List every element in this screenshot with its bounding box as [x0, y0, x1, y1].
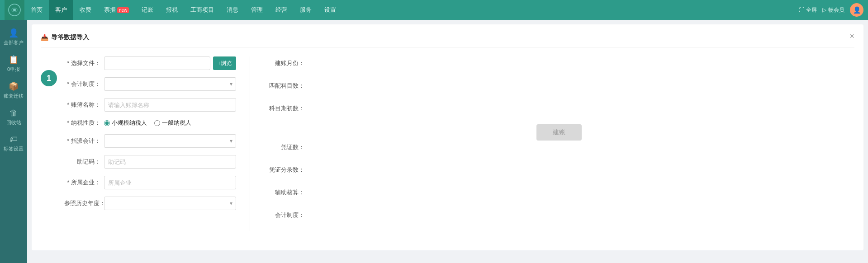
layout: 👤 全部客户 📋 0申报 📦 账套迁移 🗑 回收站 🏷 标签设置 📥 导爷数据导… [0, 20, 868, 263]
nav-fee[interactable]: 收费 [73, 0, 98, 20]
nav-tax[interactable]: 报税 [160, 0, 184, 20]
ledger-label: * 账簿名称： [64, 101, 100, 109]
memo-label: 助记码： [64, 158, 100, 166]
sidebar-item-declare[interactable]: 📋 0申报 [0, 50, 27, 77]
dialog-panel: 📥 导爷数据导入 × 1 * 选择文件： +浏览 [32, 24, 863, 250]
all-customers-icon: 👤 [9, 28, 19, 38]
right-row-match: 匹配科目数： [264, 79, 854, 93]
fullscreen-icon: ⛶ [799, 7, 804, 13]
avatar-icon: 👤 [853, 6, 861, 14]
svg-point-1 [13, 9, 16, 11]
tax-general-input[interactable] [154, 120, 160, 126]
memo-input[interactable] [104, 155, 236, 169]
tags-icon: 🏷 [9, 135, 18, 144]
accountant-select-wrap [104, 134, 236, 148]
fullscreen-btn[interactable]: ⛶ 全屏 [799, 6, 817, 14]
right-system-label: 会计制度： [264, 211, 304, 219]
dialog-close-button[interactable]: × [849, 32, 854, 41]
form-row-ledger: * 账簿名称： [64, 98, 236, 112]
nav-invoice[interactable]: 票据 new [98, 0, 135, 20]
nav-bookkeeping[interactable]: 记账 [135, 0, 160, 20]
tax-small-input[interactable] [104, 120, 110, 126]
form-row-file: * 选择文件： +浏览 [64, 56, 236, 70]
sidebar-item-all-customers[interactable]: 👤 全部客户 [0, 23, 27, 50]
tax-label: * 纳税性质： [64, 119, 100, 127]
ledger-input[interactable] [104, 98, 236, 112]
file-input[interactable] [104, 56, 210, 70]
browse-button[interactable]: +浏览 [213, 56, 236, 70]
tax-small-radio[interactable]: 小规模纳税人 [104, 119, 147, 127]
form-row-accounting: * 会计制度： [64, 77, 236, 91]
form-row-company: * 所属企业： [64, 176, 236, 189]
new-badge: new [117, 7, 129, 13]
form-row-tax: * 纳税性质： 小规模纳税人 一般纳税人 [64, 119, 236, 127]
accountant-select[interactable] [104, 134, 236, 148]
sidebar-item-recycle[interactable]: 🗑 回收站 [0, 104, 27, 130]
company-label: * 所属企业： [64, 178, 100, 187]
dialog-title-icon: 📥 [41, 34, 48, 41]
right-match-label: 匹配科目数： [264, 82, 304, 90]
form-row-history: 参照历史年度： [64, 197, 236, 210]
right-row-period: 科目期初数： [264, 102, 854, 115]
nav-business[interactable]: 工商项目 [184, 0, 220, 20]
dialog-header: 📥 导爷数据导入 [41, 33, 854, 47]
nav-message[interactable]: 消息 [220, 0, 245, 20]
vip-btn[interactable]: ▷ 畅会员 [822, 6, 844, 14]
step-circle: 1 [41, 70, 57, 86]
build-button[interactable]: 建账 [536, 124, 582, 141]
right-row-entry: 凭证分录数： [264, 163, 854, 177]
sidebar-item-tags[interactable]: 🏷 标签设置 [0, 130, 27, 156]
migrate-icon: 📦 [9, 81, 19, 91]
recycle-icon: 🗑 [9, 108, 18, 118]
form-row-accountant: * 指派会计： [64, 134, 236, 148]
form-layout: 1 * 选择文件： +浏览 * 会计制度： [41, 56, 854, 231]
right-voucher-label: 凭证数： [264, 143, 304, 151]
sidebar-item-migrate[interactable]: 📦 账套迁移 [0, 77, 27, 103]
right-aux-label: 辅助核算： [264, 188, 304, 197]
file-label: * 选择文件： [64, 59, 100, 67]
sidebar: 👤 全部客户 📋 0申报 📦 账套迁移 🗑 回收站 🏷 标签设置 [0, 20, 27, 263]
history-select[interactable] [104, 197, 236, 210]
accountant-label: * 指派会计： [64, 137, 100, 145]
accounting-select-wrap [104, 77, 236, 91]
nav-customer[interactable]: 客户 [49, 0, 73, 20]
form-right: 建账月份： 匹配科目数： 科目期初数： 建账 [264, 56, 854, 231]
nav-settings[interactable]: 设置 [318, 0, 342, 20]
accounting-select[interactable] [104, 77, 236, 91]
right-row-aux: 辅助核算： [264, 186, 854, 199]
nav-items: 首页 客户 收费 票据 new 记账 报税 工商项目 消息 管理 经营 服务 设… [24, 0, 799, 20]
accounting-label: * 会计制度： [64, 80, 100, 88]
avatar[interactable]: 👤 [850, 3, 863, 17]
nav-manage[interactable]: 管理 [245, 0, 269, 20]
nav-right: ⛶ 全屏 ▷ 畅会员 👤 [799, 3, 863, 17]
right-row-system: 会计制度： [264, 208, 854, 222]
right-row-month: 建账月份： [264, 56, 854, 70]
main-content: 📥 导爷数据导入 × 1 * 选择文件： +浏览 [27, 20, 868, 263]
right-period-label: 科目期初数： [264, 104, 304, 113]
form-left: 1 * 选择文件： +浏览 * 会计制度： [41, 56, 236, 231]
form-section: * 选择文件： +浏览 * 会计制度： [64, 56, 236, 217]
build-btn-wrap: 建账 [264, 124, 854, 141]
nav-operation[interactable]: 经营 [269, 0, 294, 20]
declare-icon: 📋 [9, 55, 19, 65]
company-input[interactable] [104, 176, 236, 189]
history-label: 参照历史年度： [64, 199, 100, 207]
vip-icon: ▷ [822, 7, 826, 13]
nav-service[interactable]: 服务 [294, 0, 318, 20]
tax-general-radio[interactable]: 一般纳税人 [154, 119, 191, 127]
logo [5, 0, 24, 20]
right-row-voucher: 凭证数： [264, 141, 854, 154]
form-row-memo: 助记码： [64, 155, 236, 169]
tax-radio-group: 小规模纳税人 一般纳税人 [104, 119, 191, 127]
file-input-wrap: +浏览 [104, 56, 236, 70]
form-divider [250, 56, 250, 231]
nav-home[interactable]: 首页 [24, 0, 49, 20]
right-entry-label: 凭证分录数： [264, 166, 304, 174]
right-month-label: 建账月份： [264, 59, 304, 67]
dialog-title: 导爷数据导入 [51, 33, 89, 42]
top-nav: 首页 客户 收费 票据 new 记账 报税 工商项目 消息 管理 经营 服务 设… [0, 0, 868, 20]
history-select-wrap [104, 197, 236, 210]
